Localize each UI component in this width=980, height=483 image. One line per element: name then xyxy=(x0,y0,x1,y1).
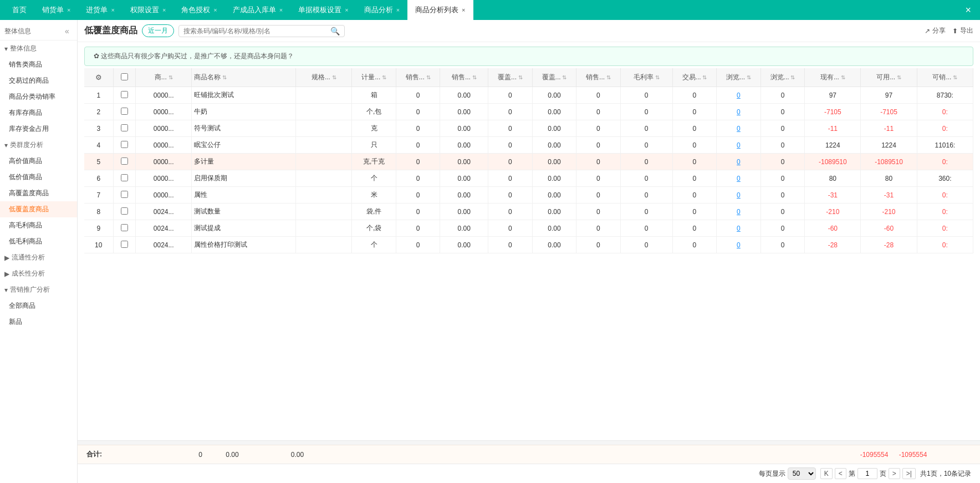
filter-recent-month-btn[interactable]: 近一月 xyxy=(142,24,174,37)
sidebar-item-high-coverage[interactable]: 高覆盖度商品 xyxy=(0,185,77,201)
nav-close-product-analysis-list[interactable]: × xyxy=(462,7,465,13)
th-code[interactable]: 商... xyxy=(136,68,192,87)
row-checkbox[interactable] xyxy=(121,108,128,115)
nav-close-product-instock[interactable]: × xyxy=(279,7,283,13)
sidebar-item-traded-goods[interactable]: 交易过的商品 xyxy=(0,73,77,89)
horizontal-scrollbar[interactable] xyxy=(78,440,980,445)
cell-check[interactable] xyxy=(113,137,135,154)
sidebar-section-growth[interactable]: ▶ 成长性分析 xyxy=(0,266,77,282)
search-icon[interactable]: 🔍 xyxy=(330,27,340,35)
share-btn[interactable]: ↗ 分享 xyxy=(925,26,946,35)
export-btn[interactable]: ⬆ 导出 xyxy=(952,26,973,35)
cell-browse1[interactable]: 0 xyxy=(717,154,761,170)
row-checkbox[interactable] xyxy=(121,191,128,198)
window-close-button[interactable]: × xyxy=(961,4,976,16)
cell-browse1[interactable]: 0 xyxy=(717,237,761,253)
cell-browse1[interactable]: 0 xyxy=(717,170,761,187)
nav-close-template[interactable]: × xyxy=(345,7,348,13)
sidebar-item-capital[interactable]: 库存资金占用 xyxy=(0,121,77,137)
nav-permission-settings[interactable]: 权限设置 × xyxy=(122,0,173,20)
th-trade[interactable]: 交易... xyxy=(672,68,717,87)
sidebar-item-low-coverage[interactable]: 低覆盖度商品 xyxy=(0,201,77,217)
page-number-input[interactable] xyxy=(858,468,877,479)
sidebar-collapse-btn[interactable]: « xyxy=(62,26,73,37)
prev-page-btn[interactable]: < xyxy=(835,468,846,479)
cell-sales-amt: 0.00 xyxy=(440,154,488,170)
nav-purchase-order[interactable]: 进货单 × xyxy=(78,0,122,20)
row-checkbox[interactable] xyxy=(121,157,128,165)
th-available[interactable]: 可用... xyxy=(861,68,917,87)
sidebar-item-category-rate[interactable]: 商品分类动销率 xyxy=(0,89,77,105)
th-cover1[interactable]: 覆盖... xyxy=(488,68,533,87)
cell-browse1[interactable]: 0 xyxy=(717,104,761,120)
nav-template-settings[interactable]: 单据模板设置 × xyxy=(290,0,356,20)
sidebar-section-group-analysis[interactable]: ▾ 类群度分析 xyxy=(0,137,77,153)
sidebar-item-high-profit[interactable]: 高毛利商品 xyxy=(0,217,77,233)
cell-browse1[interactable]: 0 xyxy=(717,220,761,237)
nav-close-permission[interactable]: × xyxy=(162,7,166,13)
cell-browse1[interactable]: 0 xyxy=(717,137,761,154)
sidebar-item-new-goods[interactable]: 新品 xyxy=(0,314,77,330)
nav-close-product-analysis[interactable]: × xyxy=(396,7,400,13)
cell-check[interactable] xyxy=(113,187,135,204)
sidebar-item-sales-goods[interactable]: 销售类商品 xyxy=(0,57,77,73)
search-input[interactable] xyxy=(183,27,328,35)
sidebar-item-high-value[interactable]: 高价值商品 xyxy=(0,153,77,169)
th-spec[interactable]: 规格... xyxy=(296,68,352,87)
th-sales-qty[interactable]: 销售... xyxy=(396,68,440,87)
th-sales-amt[interactable]: 销售... xyxy=(440,68,488,87)
nav-sales-order[interactable]: 销货单 × xyxy=(34,0,78,20)
cell-check[interactable] xyxy=(113,220,135,237)
cell-check[interactable] xyxy=(113,120,135,137)
row-checkbox[interactable] xyxy=(121,224,128,231)
cell-browse1[interactable]: 0 xyxy=(717,204,761,220)
nav-close-purchase-order[interactable]: × xyxy=(111,7,114,13)
cell-check[interactable] xyxy=(113,170,135,187)
th-cover2[interactable]: 覆盖... xyxy=(532,68,576,87)
nav-close-sales-order[interactable]: × xyxy=(67,7,70,13)
row-checkbox[interactable] xyxy=(121,91,128,98)
settings-icon[interactable]: ⚙ xyxy=(95,73,102,82)
sidebar-item-low-profit[interactable]: 低毛利商品 xyxy=(0,233,77,250)
page-size-dropdown[interactable]: 50 100 200 xyxy=(788,467,816,480)
sidebar-item-all-goods[interactable]: 全部商品 xyxy=(0,298,77,314)
nav-product-analysis[interactable]: 商品分析 × xyxy=(356,0,407,20)
th-name[interactable]: 商品名称 xyxy=(192,68,296,87)
nav-role-auth[interactable]: 角色授权 × xyxy=(173,0,224,20)
nav-product-instock[interactable]: 产成品入库单 × xyxy=(225,0,290,20)
first-page-btn[interactable]: K xyxy=(820,468,833,479)
th-gross[interactable]: 毛利率 xyxy=(620,68,672,87)
row-checkbox[interactable] xyxy=(121,124,128,131)
nav-home[interactable]: 首页 xyxy=(4,0,34,20)
cell-check[interactable] xyxy=(113,104,135,120)
row-checkbox[interactable] xyxy=(121,207,128,215)
row-checkbox[interactable] xyxy=(121,141,128,148)
sidebar-section-marketing[interactable]: ▾ 营销推广分析 xyxy=(0,282,77,298)
th-saleable[interactable]: 可销... xyxy=(917,68,973,87)
th-unit[interactable]: 计量... xyxy=(352,68,396,87)
cell-check[interactable] xyxy=(113,87,135,104)
th-current[interactable]: 现有... xyxy=(805,68,861,87)
cell-trade: 0 xyxy=(672,204,717,220)
th-browse1[interactable]: 浏览... xyxy=(717,68,761,87)
nav-close-role[interactable]: × xyxy=(213,7,217,13)
cell-check[interactable] xyxy=(113,154,135,170)
next-page-btn[interactable]: > xyxy=(889,468,900,479)
sidebar-item-low-value[interactable]: 低价值商品 xyxy=(0,169,77,185)
cell-browse1[interactable]: 0 xyxy=(717,187,761,204)
row-checkbox[interactable] xyxy=(121,241,128,248)
nav-product-analysis-list[interactable]: 商品分析列表 × xyxy=(407,0,473,20)
cell-check[interactable] xyxy=(113,237,135,253)
cell-check[interactable] xyxy=(113,204,135,220)
cell-browse1[interactable]: 0 xyxy=(717,120,761,137)
sidebar-section-overall[interactable]: ▾ 整体信息 xyxy=(0,40,77,57)
cell-sales-qty: 0 xyxy=(396,154,440,170)
th-browse2[interactable]: 浏览... xyxy=(760,68,805,87)
cell-browse1[interactable]: 0 xyxy=(717,87,761,104)
row-checkbox[interactable] xyxy=(121,174,128,181)
sidebar-section-circulation[interactable]: ▶ 流通性分析 xyxy=(0,250,77,266)
select-all-checkbox[interactable] xyxy=(121,73,128,80)
last-page-btn[interactable]: >| xyxy=(902,468,916,479)
th-sales-misc[interactable]: 销售... xyxy=(576,68,621,87)
sidebar-item-in-stock[interactable]: 有库存商品 xyxy=(0,105,77,121)
